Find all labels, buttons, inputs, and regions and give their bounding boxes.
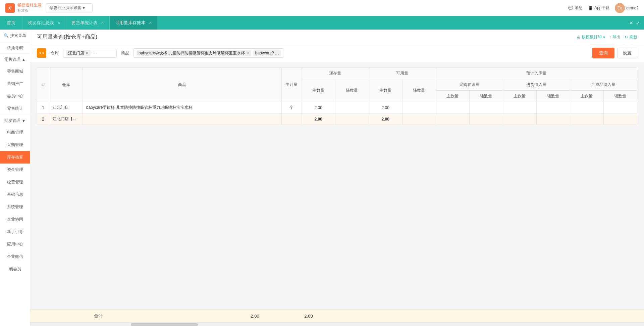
- tab-availablestock-close[interactable]: ✕: [149, 21, 152, 25]
- sidebar-item-inventory-label: 库存核算: [3, 154, 27, 160]
- app-download-label: App下载: [594, 5, 609, 11]
- col-settings-header[interactable]: ⚙: [37, 68, 49, 102]
- row2-stock-main: 2.00: [302, 113, 335, 125]
- col-purchase-main-header: 主数量: [436, 91, 469, 102]
- refresh-btn[interactable]: ↻ 刷新: [625, 34, 637, 40]
- warehouse-tag-close[interactable]: ✕: [86, 51, 89, 55]
- product-tag-1-text: babycare学饮杯 儿童防摔防撞吸管杯重力球吸嘴杯宝宝水杯: [139, 50, 245, 56]
- message-icon: 💬: [568, 6, 573, 10]
- row1-unit: 个: [281, 102, 302, 113]
- tab-expand-icon[interactable]: ⤢: [636, 20, 640, 26]
- row1-produced-aux: [603, 102, 637, 113]
- footer-avail-main: 2.00: [295, 314, 322, 319]
- sidebar-item-corpwechat[interactable]: 企业微信: [0, 250, 30, 263]
- sidebar-item-retail-mall[interactable]: 零售商城: [0, 65, 30, 78]
- col-expectedin-header: 预计入库量: [436, 68, 637, 79]
- tab-receivesend-close[interactable]: ✕: [57, 21, 60, 25]
- settings-btn[interactable]: 设置: [617, 48, 637, 58]
- message-action[interactable]: 💬 消息: [568, 5, 583, 11]
- tab-home[interactable]: 首页: [0, 16, 22, 30]
- table-body: 1 江北门店 babycare学饮杯 儿童防摔防撞吸管杯重力球吸嘴杯宝宝水杯 个…: [37, 102, 637, 125]
- export-btn[interactable]: ↑ 导出: [609, 34, 621, 40]
- tab-close-all-icon[interactable]: ✕: [629, 20, 633, 26]
- sidebar-item-inventory[interactable]: 库存核算: [0, 151, 30, 164]
- filter-toggle-btn[interactable]: >>: [37, 48, 46, 58]
- product-filter-label: 商品: [121, 50, 129, 56]
- tab-orderstats-close[interactable]: ✕: [101, 21, 104, 25]
- col-incoming-header: 进货待入量: [503, 79, 570, 91]
- product-filter-input[interactable]: babycare学饮杯 儿童防摔防撞吸管杯重力球吸嘴杯宝宝水杯 ✕ babyca…: [133, 48, 284, 58]
- row1-seq: 1: [37, 102, 49, 113]
- warehouse-filter-input[interactable]: 江北门店 ✕ ···: [63, 49, 117, 58]
- footer-label: 合计: [94, 313, 148, 319]
- tab-home-label: 首页: [7, 20, 15, 26]
- col-stock-main-header: 主数量: [302, 79, 335, 102]
- col-warehouse-header: 仓库: [49, 68, 83, 102]
- row1-incoming-aux: [536, 102, 570, 113]
- col-produced-main-header: 主数量: [570, 91, 603, 102]
- tab-bar: 首页 收发存汇总表 ✕ 要货单统计表 ✕ 可用量库存账本 ✕ ✕ ⤢: [0, 16, 644, 30]
- row1-avail-main: 2.00: [369, 102, 402, 113]
- row2-seq: 2: [37, 113, 49, 125]
- user-action[interactable]: Ea demo2: [615, 3, 639, 13]
- sidebar-item-appcenter[interactable]: 应用中心: [0, 238, 30, 250]
- sidebar-item-wholesale[interactable]: 批发管理 ▼: [0, 115, 30, 126]
- sidebar-item-member[interactable]: 会员中心: [0, 90, 30, 102]
- table-container: ⚙ 仓库 商品 主计量 现存量 可用量 预计入库量 主数量 辅数量 主数量: [30, 62, 644, 309]
- sidebar-item-appcenter-label: 应用中心: [3, 241, 27, 247]
- sidebar-item-marketing-label: 营销推广: [3, 81, 27, 87]
- page-header: 可用量查询(按仓库+商品) 🖨 按模板打印 ▾ ↑ 导出 ↻ 刷新: [30, 30, 644, 44]
- template-selector-label: 母婴行业演示账套: [49, 5, 82, 11]
- table-scroll-bar[interactable]: [30, 323, 644, 326]
- filter-more-icon[interactable]: ···: [93, 50, 97, 56]
- row2-incoming-aux: [536, 113, 570, 125]
- row2-produced-aux: [603, 113, 637, 125]
- product-tag-2-text: babycare?: [255, 51, 274, 55]
- sidebar-item-enterprise[interactable]: 企业协同: [0, 213, 30, 226]
- sidebar-item-purchase[interactable]: 采购管理: [0, 139, 30, 151]
- export-icon: ↑: [609, 35, 611, 40]
- sidebar-item-member-label: 会员中心: [3, 93, 27, 99]
- tab-bar-controls: ✕ ⤢: [625, 16, 644, 30]
- app-download-action[interactable]: 📱 App下载: [588, 5, 609, 11]
- table-row: 1 江北门店 babycare学饮杯 儿童防摔防撞吸管杯重力球吸嘴杯宝宝水杯 个…: [37, 102, 637, 113]
- sidebar-search[interactable]: 🔍 搜索菜单: [0, 30, 30, 42]
- settings-icon[interactable]: ⚙: [41, 83, 45, 87]
- sidebar-item-retail-label: 零售管理: [4, 57, 20, 62]
- footer-stock-main: 2.00: [241, 314, 268, 319]
- sidebar-item-basic[interactable]: 基础信息: [0, 188, 30, 201]
- print-template-btn[interactable]: 🖨 按模板打印 ▾: [576, 34, 605, 40]
- tab-receivesend[interactable]: 收发存汇总表 ✕: [22, 16, 66, 30]
- col-stock-aux-header: 辅数量: [335, 79, 369, 102]
- row1-purchase-main: [436, 102, 469, 113]
- sidebar-item-member2[interactable]: 畅会员: [0, 263, 30, 275]
- query-btn[interactable]: 查询: [592, 48, 614, 58]
- row1-warehouse: 江北门店: [49, 102, 83, 113]
- tab-availablestock[interactable]: 可用量库存账本 ✕: [110, 16, 158, 30]
- sidebar-item-finance-label: 资金管理: [3, 167, 27, 173]
- product-tag-1-close[interactable]: ✕: [246, 51, 249, 55]
- sidebar-item-ecommerce[interactable]: 电商管理: [0, 126, 30, 139]
- sidebar-item-operations[interactable]: 经营管理: [0, 176, 30, 188]
- sidebar-item-retail[interactable]: 零售管理 ▲: [0, 54, 30, 65]
- table-row: 2 江北门店【... 2.00 2.00: [37, 113, 637, 125]
- col-incoming-main-header: 主数量: [503, 91, 536, 102]
- sidebar-quicknav[interactable]: 快捷导航: [0, 42, 30, 54]
- col-unit-header: 主计量: [281, 68, 302, 102]
- tab-orderstats[interactable]: 要货单统计表 ✕: [66, 16, 110, 30]
- scroll-thumb[interactable]: [131, 323, 198, 326]
- top-bar-right: 💬 消息 📱 App下载 Ea demo2: [568, 3, 639, 13]
- sidebar-item-marketing[interactable]: 营销推广: [0, 78, 30, 90]
- sidebar-item-system[interactable]: 系统管理: [0, 201, 30, 213]
- sidebar-item-newguide[interactable]: 新手引导: [0, 226, 30, 238]
- row2-produced-main: [570, 113, 603, 125]
- sidebar-item-retail-stats[interactable]: 零售统计: [0, 102, 30, 115]
- top-bar: 好 畅捷通好生意 标准版 母婴行业演示账套 ▾ 💬 消息 📱 App下载 Ea …: [0, 0, 644, 16]
- sidebar-quicknav-label: 快捷导航: [7, 45, 23, 50]
- sidebar-item-finance[interactable]: 资金管理: [0, 164, 30, 176]
- footer-stock-aux: [268, 314, 295, 319]
- row1-avail-aux: [402, 102, 436, 113]
- sidebar-section: 零售管理 ▲ 零售商城 营销推广 会员中心 零售统计 批发管理 ▼ 电商管理: [0, 54, 30, 275]
- sidebar-item-newguide-label: 新手引导: [3, 229, 27, 235]
- template-selector[interactable]: 母婴行业演示账套 ▾: [46, 3, 93, 12]
